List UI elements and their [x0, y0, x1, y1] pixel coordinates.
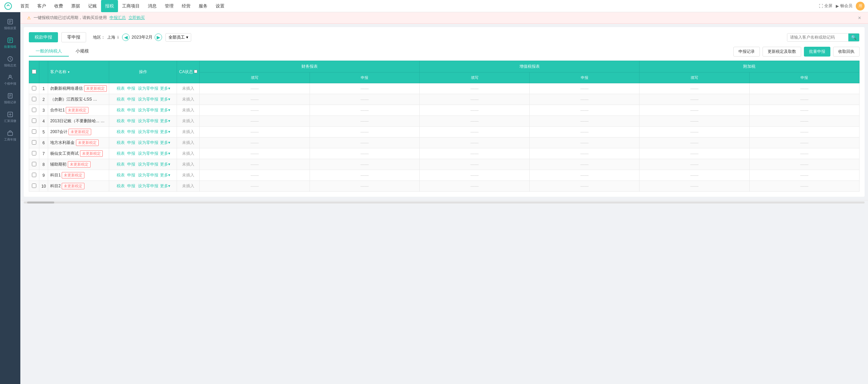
banner-link-buy[interactable]: 立即购买: [129, 15, 145, 21]
op-submit[interactable]: 申报: [127, 97, 135, 102]
op-more[interactable]: 更多▾: [160, 162, 170, 167]
op-submit[interactable]: 申报: [127, 162, 135, 167]
op-more[interactable]: 更多▾: [160, 97, 170, 102]
member-button[interactable]: ▶ 畅会员: [836, 3, 852, 9]
op-more[interactable]: 更多▾: [160, 173, 170, 177]
nav-item-client[interactable]: 客户: [33, 0, 50, 12]
ca-checkbox[interactable]: [194, 70, 197, 73]
op-tax-form[interactable]: 税表: [117, 119, 125, 123]
op-more[interactable]: 更多▾: [160, 140, 170, 145]
row-checkbox-5[interactable]: [32, 140, 36, 145]
row-checkbox-1[interactable]: [32, 97, 36, 101]
banner-close-button[interactable]: ✕: [858, 16, 861, 20]
op-set-zero[interactable]: 设为零申报: [138, 151, 158, 156]
op-tax-form[interactable]: 税表: [117, 108, 125, 112]
retrieve-button[interactable]: 收取回执: [833, 47, 860, 57]
search-box: 🔍: [787, 33, 860, 42]
nav-item-service[interactable]: 服务: [195, 0, 212, 12]
select-all-checkbox[interactable]: [32, 69, 36, 74]
sidebar-item-calc-clear[interactable]: 汇算清缴: [0, 108, 20, 126]
extra-submit-val: ——: [800, 173, 808, 178]
update-norms-button[interactable]: 更新税定及取数: [763, 47, 801, 57]
scroll-thumb[interactable]: [27, 201, 54, 204]
op-more[interactable]: 更多▾: [160, 151, 170, 156]
row-checkbox-9[interactable]: [32, 184, 36, 188]
date-next-button[interactable]: ▶: [155, 34, 162, 41]
op-set-zero[interactable]: 设为零申报: [138, 129, 158, 134]
op-more[interactable]: 更多▾: [160, 129, 170, 134]
op-set-zero[interactable]: 设为零申报: [138, 173, 158, 177]
nav-item-invoice[interactable]: 票据: [67, 0, 84, 12]
horizontal-scrollbar[interactable]: [20, 200, 868, 204]
nav-item-operation[interactable]: 经营: [178, 0, 195, 12]
row-financial-fill: ——: [200, 159, 310, 170]
search-button[interactable]: 🔍: [848, 34, 859, 41]
tab-tax-declaration[interactable]: 税款申报: [29, 32, 58, 42]
row-checkbox-6[interactable]: [32, 151, 36, 155]
op-submit[interactable]: 申报: [127, 119, 135, 123]
nav-item-message[interactable]: 消息: [144, 0, 161, 12]
op-tax-form[interactable]: 税表: [117, 97, 125, 102]
op-submit[interactable]: 申报: [127, 140, 135, 145]
row-checkbox-4[interactable]: [32, 129, 36, 134]
tab-zero-declaration[interactable]: 零申报: [61, 32, 86, 42]
sub-tab-small-scale[interactable]: 小规模: [69, 46, 96, 57]
ca-status-text: 未插入: [182, 129, 194, 134]
op-more[interactable]: 更多▾: [160, 108, 170, 112]
sidebar-item-tax-settings[interactable]: 报税设置: [0, 15, 20, 34]
member-icon: ▶: [836, 4, 839, 8]
op-set-zero[interactable]: 设为零申报: [138, 162, 158, 167]
op-submit[interactable]: 申报: [127, 108, 135, 112]
op-submit[interactable]: 申报: [127, 184, 135, 188]
op-more[interactable]: 更多▾: [160, 184, 170, 188]
record-button[interactable]: 申报记录: [733, 47, 760, 57]
op-tax-form[interactable]: 税表: [117, 129, 125, 134]
row-checkbox-3[interactable]: [32, 119, 36, 123]
op-set-zero[interactable]: 设为零申报: [138, 86, 158, 91]
op-set-zero[interactable]: 设为零申报: [138, 108, 158, 112]
op-more[interactable]: 更多▾: [160, 86, 170, 91]
th-extra-fill: 填写: [639, 72, 749, 83]
sidebar-item-tax-overview[interactable]: 报税总览: [0, 52, 20, 71]
search-input[interactable]: [787, 34, 848, 41]
nav-item-settings[interactable]: 设置: [212, 0, 229, 12]
op-tax-form[interactable]: 税表: [117, 162, 125, 167]
row-checkbox-8[interactable]: [32, 173, 36, 177]
row-checkbox-2[interactable]: [32, 108, 36, 112]
op-set-zero[interactable]: 设为零申报: [138, 184, 158, 188]
row-checkbox-0[interactable]: [32, 86, 36, 90]
op-submit[interactable]: 申报: [127, 86, 135, 91]
nav-item-tax[interactable]: 报税: [101, 0, 118, 12]
nav-item-business[interactable]: 工商项目: [118, 0, 144, 12]
fullscreen-button[interactable]: ⛶ 全屏: [819, 3, 832, 9]
nav-item-management[interactable]: 管理: [161, 0, 178, 12]
sub-tab-general[interactable]: 一般的纳税人: [29, 46, 69, 57]
sidebar-item-batch-tax[interactable]: 批量报税: [0, 34, 20, 52]
op-submit[interactable]: 申报: [127, 129, 135, 134]
op-set-zero[interactable]: 设为零申报: [138, 140, 158, 145]
banner-link-summary[interactable]: 申报汇总: [110, 15, 126, 21]
nav-item-accounting[interactable]: 记账: [84, 0, 101, 12]
row-ca-status: 未插入: [177, 94, 200, 105]
sidebar-item-business-report[interactable]: 工商年报: [0, 126, 20, 145]
user-avatar[interactable]: 用: [856, 2, 865, 10]
op-tax-form[interactable]: 税表: [117, 184, 125, 188]
op-more[interactable]: 更多▾: [160, 119, 170, 123]
op-tax-form[interactable]: 税表: [117, 140, 125, 145]
op-tax-form[interactable]: 税表: [117, 173, 125, 177]
nav-item-home[interactable]: 首页: [16, 0, 33, 12]
sidebar-item-tax-record[interactable]: 报税记录: [0, 89, 20, 108]
op-tax-form[interactable]: 税表: [117, 86, 125, 91]
op-tax-form[interactable]: 税表: [117, 151, 125, 156]
op-set-zero[interactable]: 设为零申报: [138, 97, 158, 102]
row-checkbox-7[interactable]: [32, 162, 36, 166]
op-set-zero[interactable]: 设为零申报: [138, 119, 158, 123]
batch-submit-button[interactable]: 批量申报: [804, 47, 830, 57]
date-prev-button[interactable]: ◀: [122, 34, 130, 41]
row-checkbox-cell: [29, 116, 39, 127]
op-submit[interactable]: 申报: [127, 173, 135, 177]
staff-selector[interactable]: 全部员工 ▾: [165, 33, 191, 42]
nav-item-billing[interactable]: 收费: [50, 0, 67, 12]
sidebar-item-personal-tax[interactable]: 个税申报: [0, 70, 20, 89]
op-submit[interactable]: 申报: [127, 151, 135, 156]
